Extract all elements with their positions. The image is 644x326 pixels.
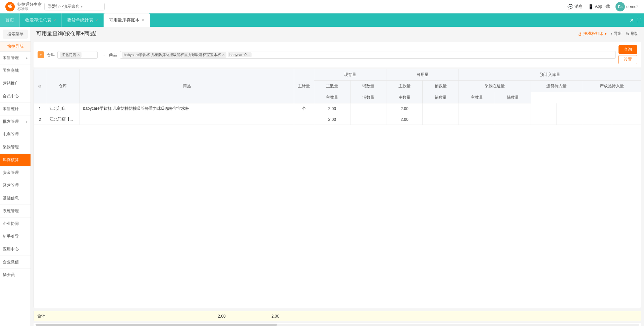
scrollbar-thumb[interactable] bbox=[36, 324, 277, 326]
chevron-icon: ▸ bbox=[26, 120, 28, 124]
topbar-right: 💬 消息 📱 App下载 Ea demo2 bbox=[568, 2, 639, 11]
nav-tabs: 首页 收发存汇总表 ✕ 要货单统计表 ✕ 可用量库存账本 ✕ ✕ ⛶ bbox=[0, 13, 644, 27]
sidebar-item-零售统计[interactable]: 零售统计 bbox=[0, 103, 31, 115]
col-purchase-aux: 辅数量 bbox=[350, 92, 386, 103]
download-icon: 📱 bbox=[588, 4, 594, 9]
content-area: 可用量查询(按仓库+商品) 🖨 按模板打印 ▾ ↑ 导出 ↻ 刷新 » bbox=[31, 27, 644, 326]
col-finished-pending: 产成品待入量 bbox=[582, 81, 641, 92]
footer-stock-main: 2.00 bbox=[208, 314, 235, 319]
avatar: Ea bbox=[615, 2, 625, 11]
col-finished-aux: 辅数量 bbox=[495, 92, 531, 103]
filter-actions: 查询 设置 bbox=[619, 45, 637, 64]
settings-btn[interactable]: 设置 bbox=[619, 55, 637, 64]
warehouse-filter[interactable]: 江北门店 ✕ bbox=[57, 51, 98, 59]
page-title: 可用量查询(按仓库+商品) bbox=[36, 30, 97, 37]
sidebar-item-营销推广[interactable]: 营销推广 bbox=[0, 77, 31, 90]
col-inbound-aux: 辅数量 bbox=[423, 92, 459, 103]
template-label: 标准版 bbox=[17, 7, 42, 11]
footer-label: 合计 bbox=[34, 313, 208, 319]
sidebar-item-基础信息[interactable]: 基础信息 bbox=[0, 192, 31, 205]
col-product: 商品 bbox=[79, 69, 294, 103]
account-selector[interactable]: 母婴行业演示账套 ▾ bbox=[44, 3, 105, 10]
table-footer: 合计 2.00 2.00 bbox=[34, 311, 641, 321]
sidebar-item-企业协同[interactable]: 企业协同 bbox=[0, 218, 31, 230]
app-logo: 畅 bbox=[5, 2, 15, 11]
product-filter[interactable]: babycare学饮杯 儿童防摔防撞吸管杯重力球吸嘴杯宝宝水杯 ✕ babyca… bbox=[120, 51, 616, 59]
col-avail-main: 主数量 bbox=[386, 81, 423, 92]
tab-yaohuo[interactable]: 要货单统计表 ✕ bbox=[62, 13, 104, 27]
horizontal-scrollbar[interactable] bbox=[34, 323, 641, 326]
user-profile[interactable]: Ea demo2 bbox=[615, 2, 639, 11]
sidebar-item-电商管理[interactable]: 电商管理 bbox=[0, 128, 31, 141]
product-tag-2: babycare?... bbox=[228, 52, 252, 57]
col-purchase-transit: 采购在途量 bbox=[459, 81, 531, 92]
footer-available-main: 2.00 bbox=[262, 314, 289, 319]
scrollbar-track bbox=[36, 324, 639, 326]
col-group-available: 可用量 bbox=[386, 69, 459, 81]
app-download-btn[interactable]: 📱 App下载 bbox=[588, 4, 610, 9]
refresh-btn[interactable]: ↻ 刷新 bbox=[626, 31, 639, 37]
quick-nav-btn[interactable]: 快捷导航 bbox=[0, 42, 31, 52]
message-btn[interactable]: 💬 消息 bbox=[568, 4, 583, 9]
printer-icon: 🖨 bbox=[578, 32, 582, 36]
sidebar-item-新手引导[interactable]: 新手引导 bbox=[0, 230, 31, 243]
col-settings[interactable]: ⚙ bbox=[34, 69, 46, 103]
sidebar: 搜索菜单 快捷导航 零售管理▸零售商城营销推广会员中心零售统计批发管理▸电商管理… bbox=[0, 27, 31, 326]
sidebar-item-经营管理[interactable]: 经营管理 bbox=[0, 179, 31, 192]
col-warehouse: 仓库 bbox=[46, 69, 79, 103]
sidebar-item-批发管理[interactable]: 批发管理▸ bbox=[0, 115, 31, 128]
filter-expand-btn[interactable]: » bbox=[38, 51, 44, 58]
refresh-icon: ↻ bbox=[626, 32, 629, 36]
print-btn[interactable]: 🖨 按模板打印 ▾ bbox=[578, 31, 606, 37]
export-btn[interactable]: ↑ 导出 bbox=[610, 31, 622, 37]
product-label: 商品 bbox=[109, 52, 117, 58]
col-stock-aux: 辅数量 bbox=[350, 81, 386, 92]
close-tab-keyongliang[interactable]: ✕ bbox=[142, 18, 144, 22]
col-unit: 主计量 bbox=[294, 69, 314, 103]
close-tab-yaohuo[interactable]: ✕ bbox=[95, 18, 98, 22]
sidebar-item-采购管理[interactable]: 采购管理 bbox=[0, 141, 31, 154]
col-avail-aux: 辅数量 bbox=[423, 81, 459, 92]
main-layout: 搜索菜单 快捷导航 零售管理▸零售商城营销推广会员中心零售统计批发管理▸电商管理… bbox=[0, 27, 644, 326]
warehouse-tag: 江北门店 ✕ bbox=[60, 52, 82, 58]
sidebar-search-section: 搜索菜单 bbox=[0, 27, 31, 42]
fullscreen-btn[interactable]: ⛶ bbox=[637, 17, 641, 23]
sidebar-item-资金管理[interactable]: 资金管理 bbox=[0, 167, 31, 179]
chevron-down-icon: ▾ bbox=[81, 5, 83, 8]
table-row: 2 江北门店【... 2.00 2.00 bbox=[34, 114, 641, 125]
col-goods-pending: 进货待入量 bbox=[531, 81, 582, 92]
sidebar-items: 零售管理▸零售商城营销推广会员中心零售统计批发管理▸电商管理采购管理库存核算资金… bbox=[0, 52, 31, 281]
col-purchase-main: 主数量 bbox=[314, 92, 350, 103]
product-tag-1: babycare学饮杯 儿童防摔防撞吸管杯重力球吸嘴杯宝宝水杯 ✕ bbox=[122, 52, 226, 58]
topbar: 畅 畅捷通好生意 标准版 母婴行业演示账套 ▾ 💬 消息 📱 App下载 Ea … bbox=[0, 0, 644, 13]
data-table: ⚙ 仓库 商品 主计量 现存量 可用量 预计入库量 主数量 辅数量 主数量 辅数… bbox=[34, 69, 641, 125]
remove-warehouse-tag[interactable]: ✕ bbox=[77, 53, 80, 57]
filter-ellipsis[interactable]: ... bbox=[100, 52, 106, 57]
sidebar-item-企业微信[interactable]: 企业微信 bbox=[0, 256, 31, 269]
col-stock-main: 主数量 bbox=[314, 81, 350, 92]
sidebar-item-零售管理[interactable]: 零售管理▸ bbox=[0, 52, 31, 64]
page-header: 可用量查询(按仓库+商品) 🖨 按模板打印 ▾ ↑ 导出 ↻ 刷新 bbox=[31, 27, 644, 41]
col-finished-main: 主数量 bbox=[459, 92, 495, 103]
tab-shoufacun[interactable]: 收发存汇总表 ✕ bbox=[20, 13, 62, 27]
sidebar-item-库存核算[interactable]: 库存核算 bbox=[0, 154, 31, 167]
sidebar-item-畅会员[interactable]: 畅会员 bbox=[0, 269, 31, 281]
sidebar-item-系统管理[interactable]: 系统管理 bbox=[0, 205, 31, 218]
sidebar-item-会员中心[interactable]: 会员中心 bbox=[0, 90, 31, 103]
search-menu-btn[interactable]: 搜索菜单 bbox=[3, 30, 28, 39]
warehouse-label: 仓库 bbox=[47, 52, 55, 58]
sidebar-item-应用中心[interactable]: 应用中心 bbox=[0, 243, 31, 256]
export-icon: ↑ bbox=[610, 32, 612, 36]
chevron-icon: ▸ bbox=[26, 56, 28, 60]
data-table-container: ⚙ 仓库 商品 主计量 现存量 可用量 预计入库量 主数量 辅数量 主数量 辅数… bbox=[34, 69, 641, 308]
tab-keyongliang[interactable]: 可用量库存账本 ✕ bbox=[104, 13, 150, 27]
topbar-left: 畅 畅捷通好生意 标准版 母婴行业演示账套 ▾ bbox=[5, 2, 105, 11]
col-group-stock: 现存量 bbox=[314, 69, 386, 81]
query-btn[interactable]: 查询 bbox=[619, 45, 637, 54]
sidebar-item-零售商城[interactable]: 零售商城 bbox=[0, 64, 31, 77]
remove-product-tag-1[interactable]: ✕ bbox=[222, 53, 225, 57]
close-all-tabs-btn[interactable]: ✕ bbox=[630, 17, 634, 24]
close-tab-shoufacun[interactable]: ✕ bbox=[53, 18, 56, 22]
tab-home[interactable]: 首页 bbox=[0, 13, 20, 27]
app-name: 畅捷通好生意 bbox=[17, 2, 42, 7]
